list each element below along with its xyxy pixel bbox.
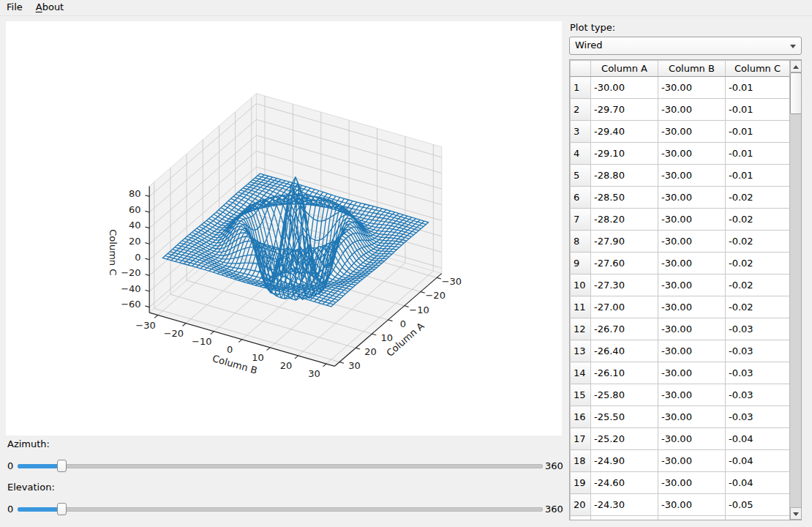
row-number[interactable]: 13 xyxy=(571,340,591,362)
table-cell[interactable]: -30.00 xyxy=(658,209,726,231)
table-cell[interactable]: -30.00 xyxy=(658,143,726,165)
row-number[interactable]: 1 xyxy=(571,77,591,99)
table-cell[interactable]: -0.01 xyxy=(726,121,790,143)
azimuth-slider-handle[interactable] xyxy=(57,460,67,472)
table-cell[interactable]: -26.10 xyxy=(591,362,658,384)
table-cell[interactable]: -0.02 xyxy=(726,274,790,296)
table-cell[interactable]: -30.00 xyxy=(658,187,726,209)
table-cell[interactable]: -25.20 xyxy=(591,428,658,450)
table-cell[interactable]: -0.03 xyxy=(726,384,790,406)
row-number[interactable]: 4 xyxy=(571,143,591,165)
table-cell[interactable]: -0.01 xyxy=(726,165,790,187)
row-number[interactable]: 3 xyxy=(571,121,591,143)
row-number[interactable]: 2 xyxy=(571,99,591,121)
table-cell[interactable]: -30.00 xyxy=(658,472,726,494)
table-cell[interactable]: -0.01 xyxy=(726,77,790,99)
tick xyxy=(145,274,149,276)
row-number[interactable]: 10 xyxy=(571,274,591,296)
table-cell[interactable]: -0.01 xyxy=(726,99,790,121)
tick xyxy=(388,320,393,321)
azimuth-max-label: 360 xyxy=(545,460,563,471)
table-cell[interactable]: -29.40 xyxy=(591,121,658,143)
row-number[interactable]: 14 xyxy=(571,362,591,384)
table-row-partial xyxy=(571,516,790,521)
table-cell[interactable]: -30.00 xyxy=(658,428,726,450)
table-cell[interactable]: -30.00 xyxy=(658,99,726,121)
menu-item-file[interactable]: File xyxy=(0,0,29,15)
table-cell[interactable]: -30.00 xyxy=(658,231,726,253)
table-cell[interactable]: -0.03 xyxy=(726,340,790,362)
table-cell[interactable]: -27.90 xyxy=(591,231,658,253)
table-cell[interactable]: -0.03 xyxy=(726,362,790,384)
scrollbar-thumb[interactable] xyxy=(790,72,802,114)
table-cell[interactable] xyxy=(726,516,790,521)
table-cell[interactable]: -30.00 xyxy=(658,318,726,340)
table-cell[interactable] xyxy=(591,516,658,521)
column-header-2[interactable]: Column C xyxy=(726,61,790,77)
azimuth-slider[interactable] xyxy=(18,464,543,468)
row-number[interactable]: 9 xyxy=(571,253,591,274)
row-number[interactable] xyxy=(571,516,591,521)
table-cell[interactable]: -26.70 xyxy=(591,318,658,340)
table-cell[interactable]: -0.03 xyxy=(726,406,790,428)
row-number[interactable]: 17 xyxy=(571,428,591,450)
column-header-0[interactable]: Column A xyxy=(591,61,658,77)
plot-type-dropdown[interactable]: Wired xyxy=(569,37,802,55)
table-cell[interactable]: -25.80 xyxy=(591,384,658,406)
table-cell[interactable]: -24.60 xyxy=(591,472,658,494)
table-row: 8-27.90-30.00-0.02 xyxy=(571,231,790,253)
table-cell[interactable]: -30.00 xyxy=(658,121,726,143)
table-scrollbar[interactable] xyxy=(789,60,801,520)
row-number[interactable]: 7 xyxy=(571,209,591,231)
table-cell[interactable]: -0.03 xyxy=(726,318,790,340)
menu-item-about[interactable]: About xyxy=(29,0,70,15)
tick xyxy=(145,195,149,197)
table-cell[interactable]: -30.00 xyxy=(658,253,726,274)
table-cell[interactable]: -28.50 xyxy=(591,187,658,209)
table-cell[interactable]: -30.00 xyxy=(658,296,726,318)
x-tick-label: 30 xyxy=(348,360,361,371)
table-cell[interactable]: -30.00 xyxy=(658,165,726,187)
row-number[interactable]: 12 xyxy=(571,318,591,340)
row-number[interactable]: 16 xyxy=(571,406,591,428)
table-cell[interactable]: -0.04 xyxy=(726,428,790,450)
table-cell[interactable]: -27.60 xyxy=(591,253,658,274)
row-number[interactable]: 5 xyxy=(571,165,591,187)
row-number[interactable]: 8 xyxy=(571,231,591,253)
elevation-slider-handle[interactable] xyxy=(57,503,67,515)
table-cell[interactable]: -30.00 xyxy=(658,340,726,362)
table-cell[interactable]: -30.00 xyxy=(658,384,726,406)
table-cell[interactable]: -28.80 xyxy=(591,165,658,187)
table-cell[interactable]: -30.00 xyxy=(658,362,726,384)
z-tick-label: 20 xyxy=(129,236,141,247)
row-number[interactable]: 11 xyxy=(571,296,591,318)
table-cell[interactable]: -26.40 xyxy=(591,340,658,362)
table-cell[interactable]: -0.02 xyxy=(726,209,790,231)
table-cell[interactable]: -28.20 xyxy=(591,209,658,231)
row-number[interactable]: 19 xyxy=(571,472,591,494)
table-cell[interactable]: -30.00 xyxy=(658,77,726,99)
table-cell[interactable]: -0.01 xyxy=(726,143,790,165)
table-cell[interactable]: -0.02 xyxy=(726,296,790,318)
tick xyxy=(323,364,327,367)
table-cell[interactable]: -29.10 xyxy=(591,143,658,165)
table-cell[interactable]: -27.30 xyxy=(591,274,658,296)
row-number[interactable]: 6 xyxy=(571,187,591,209)
table-cell[interactable]: -30.00 xyxy=(658,406,726,428)
column-header-1[interactable]: Column B xyxy=(658,61,726,77)
table-cell[interactable]: -0.02 xyxy=(726,231,790,253)
row-number[interactable]: 15 xyxy=(571,384,591,406)
table-cell[interactable]: -25.50 xyxy=(591,406,658,428)
table-cell[interactable] xyxy=(658,516,726,521)
y-tick-label: 30 xyxy=(308,368,320,379)
table-cell[interactable]: -0.02 xyxy=(726,253,790,274)
table-cell[interactable]: -0.04 xyxy=(726,472,790,494)
elevation-slider[interactable] xyxy=(18,507,543,512)
table-cell[interactable]: -30.00 xyxy=(658,274,726,296)
table-row: 13-26.40-30.00-0.03 xyxy=(571,340,790,362)
table-cell[interactable]: -0.02 xyxy=(726,187,790,209)
table-cell[interactable]: -29.70 xyxy=(591,99,658,121)
scrollbar-up-button[interactable] xyxy=(790,60,802,72)
table-cell[interactable]: -30.00 xyxy=(591,77,658,99)
table-cell[interactable]: -27.00 xyxy=(591,296,658,318)
